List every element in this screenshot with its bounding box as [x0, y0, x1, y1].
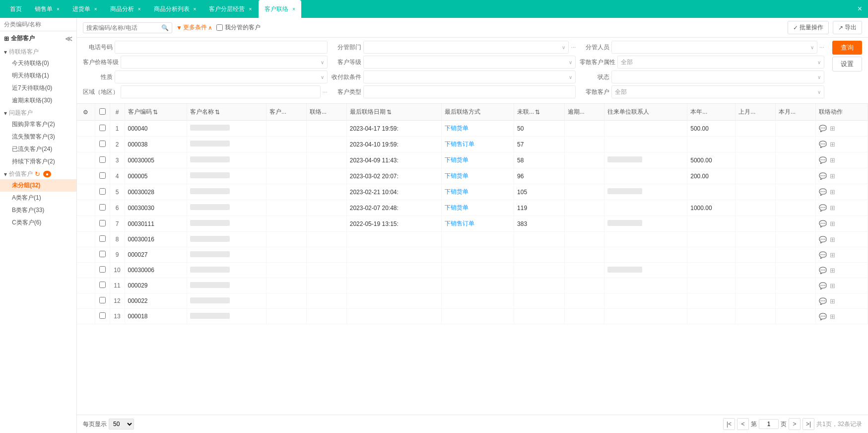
more-action-icon[interactable]: ⊞	[830, 172, 835, 180]
sidebar-item-today-pending[interactable]: 今天待联络(0)	[0, 57, 76, 70]
contact-icon[interactable]: 💬	[819, 220, 827, 227]
more-action-icon[interactable]: ⊞	[830, 236, 835, 243]
per-page-select[interactable]: 50 100	[109, 419, 134, 430]
row-checkbox[interactable]	[99, 141, 106, 147]
adv-input-status[interactable]: ∨	[611, 71, 824, 83]
row-checkbox[interactable]	[99, 282, 106, 288]
contact-icon[interactable]: 💬	[819, 156, 827, 164]
row-method-link[interactable]: 下销货单	[445, 188, 468, 195]
row-checkbox[interactable]	[99, 312, 106, 319]
prev-page-button[interactable]: <	[737, 418, 749, 430]
tab-product-analysis[interactable]: 商品分析 ×	[104, 0, 147, 18]
tab-sales[interactable]: 销售单 ×	[29, 0, 66, 18]
reset-button[interactable]: 设置	[832, 57, 862, 72]
select-all-checkbox[interactable]	[99, 108, 106, 115]
sidebar-item-tomorrow-pending[interactable]: 明天待联络(1)	[0, 70, 76, 82]
tab-customer-segmentation-close[interactable]: ×	[249, 6, 252, 12]
more-action-icon[interactable]: ⊞	[830, 313, 835, 320]
row-checkbox[interactable]	[99, 125, 106, 131]
sidebar-search-input[interactable]	[4, 21, 77, 28]
tab-purchase[interactable]: 进货单 ×	[67, 0, 103, 18]
th-code[interactable]: 客户编码 ⇅	[125, 104, 187, 121]
gear-icon[interactable]: ⚙	[83, 109, 88, 116]
adv-input-price-grade[interactable]: ∨	[121, 56, 328, 69]
contact-icon[interactable]: 💬	[819, 251, 827, 259]
adv-input-cust-type[interactable]	[363, 85, 576, 98]
row-checkbox[interactable]	[99, 266, 106, 273]
row-checkbox[interactable]	[99, 156, 106, 163]
sidebar-group-problem[interactable]: ▾ 问题客户	[0, 107, 76, 118]
tab-product-list-close[interactable]: ×	[194, 6, 197, 12]
more-action-icon[interactable]: ⊞	[830, 156, 835, 164]
tab-customer-contact-close[interactable]: ×	[292, 6, 295, 12]
sidebar-item-churn-warning[interactable]: 流失预警客户(3)	[0, 131, 76, 143]
sidebar-all-customers[interactable]: ⊞ 全部客户 ≪	[0, 31, 76, 46]
adv-input-sparse-attr[interactable]: 全部 ∨	[617, 56, 824, 69]
contact-icon[interactable]: 💬	[819, 172, 827, 180]
query-button[interactable]: 查询	[832, 41, 862, 55]
contact-icon[interactable]: 💬	[819, 297, 827, 305]
tab-customer-contact[interactable]: 客户联络 ×	[259, 0, 301, 18]
row-checkbox[interactable]	[99, 204, 106, 211]
row-checkbox[interactable]	[99, 220, 106, 226]
contact-icon[interactable]: 💬	[819, 236, 827, 243]
sidebar-group-value[interactable]: ▾ 价值客户 ↻ ●	[0, 168, 76, 179]
first-page-button[interactable]: |<	[723, 418, 735, 430]
contact-icon[interactable]: 💬	[819, 267, 827, 274]
row-method-link[interactable]: 下销货单	[445, 156, 468, 163]
sidebar-item-class-c[interactable]: C类客户(6)	[0, 216, 76, 229]
contact-icon[interactable]: 💬	[819, 204, 827, 212]
close-all-button[interactable]: ×	[856, 2, 864, 15]
contact-icon[interactable]: 💬	[819, 141, 827, 148]
batch-op-button[interactable]: ✓ 批量操作	[788, 21, 829, 34]
sidebar-item-class-b[interactable]: B类客户(33)	[0, 204, 76, 216]
adv-input-dept[interactable]: ∨	[363, 41, 569, 54]
more-action-icon[interactable]: ⊞	[830, 188, 835, 196]
more-action-icon[interactable]: ⊞	[830, 125, 835, 132]
sidebar-item-overdue-pending[interactable]: 逾期未联络(30)	[0, 94, 76, 107]
more-action-icon[interactable]: ⊞	[830, 297, 835, 305]
refresh-icon[interactable]: ↻	[35, 170, 40, 178]
tab-product-list[interactable]: 商品分析列表 ×	[148, 0, 202, 18]
export-button[interactable]: ↗ 导出	[833, 21, 862, 34]
more-conditions-button[interactable]: ▼ 更多条件 ∧	[176, 23, 212, 32]
search-icon[interactable]: 🔍	[161, 24, 169, 31]
my-customers-checkbox[interactable]	[216, 24, 223, 31]
contact-icon[interactable]: 💬	[819, 188, 827, 196]
adv-input-payment[interactable]: ∨	[363, 71, 576, 83]
sidebar-item-churned[interactable]: 已流失客户(24)	[0, 143, 76, 155]
tab-purchase-close[interactable]: ×	[94, 6, 97, 12]
tab-home[interactable]: 首页	[4, 0, 28, 18]
row-checkbox[interactable]	[99, 172, 106, 179]
person-dots[interactable]: ···	[819, 44, 824, 51]
sidebar-item-ungrouped[interactable]: 未分组(32)	[0, 179, 76, 192]
row-checkbox[interactable]	[99, 297, 106, 303]
row-method-link[interactable]: 下销售订单	[445, 220, 474, 227]
adv-input-nature[interactable]: ∨	[115, 71, 328, 83]
search-input[interactable]	[86, 24, 159, 31]
tab-customer-segmentation[interactable]: 客户分层经营 ×	[203, 0, 258, 18]
more-action-icon[interactable]: ⊞	[830, 204, 835, 212]
adv-input-person[interactable]: ∨	[611, 41, 817, 54]
tab-sales-close[interactable]: ×	[57, 6, 60, 12]
sidebar-item-declining[interactable]: 持续下滑客户(2)	[0, 155, 76, 168]
last-page-button[interactable]: >|	[802, 418, 814, 430]
more-action-icon[interactable]: ⊞	[830, 220, 835, 227]
sidebar-item-hoarding[interactable]: 囤购异常客户(2)	[0, 118, 76, 131]
more-action-icon[interactable]: ⊞	[830, 141, 835, 148]
th-last-date[interactable]: 最后联络日期 ⇅	[346, 104, 441, 121]
sidebar-item-class-a[interactable]: A类客户(1)	[0, 192, 76, 204]
more-action-icon[interactable]: ⊞	[830, 251, 835, 259]
adv-input-phone[interactable]	[115, 41, 328, 54]
th-gear[interactable]: ⚙	[77, 104, 95, 121]
row-method-link[interactable]: 下销售订单	[445, 141, 474, 147]
sidebar-collapse-icon[interactable]: ≪	[65, 35, 72, 43]
row-checkbox[interactable]	[99, 251, 106, 257]
adv-input-sparse-cust[interactable]: 全部 ∨	[611, 85, 824, 98]
th-no-contact[interactable]: 未联... ⇅	[514, 104, 565, 121]
sidebar-group-pending[interactable]: ▾ 待联络客户	[0, 46, 76, 57]
row-method-link[interactable]: 下销货单	[445, 204, 468, 211]
region-dots[interactable]: ···	[323, 88, 328, 95]
more-action-icon[interactable]: ⊞	[830, 267, 835, 274]
next-page-button[interactable]: >	[789, 418, 801, 430]
